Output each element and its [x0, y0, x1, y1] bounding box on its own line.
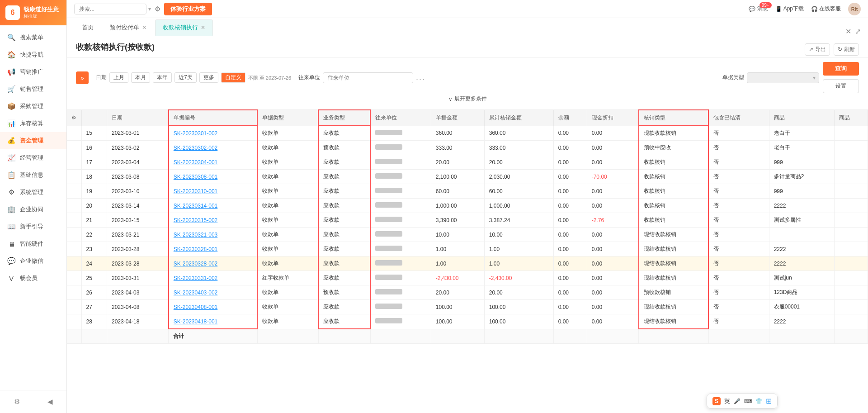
docno-link-17[interactable]: SK-20230304-001: [174, 159, 217, 166]
industry-btn[interactable]: 体验行业方案: [164, 3, 212, 15]
breadcrumb-chevron-icon: ▾: [148, 6, 151, 12]
sidebar-item-wechat[interactable]: 💬企业微信: [0, 252, 66, 270]
col-settled-header: 包含已结清: [708, 110, 769, 126]
cell-num-27: 27: [81, 300, 107, 314]
online-service-btn[interactable]: 🎧 在线客服: [811, 5, 841, 13]
docno-link-19[interactable]: SK-20230310-001: [174, 188, 217, 195]
mic-icon[interactable]: 🎤: [734, 398, 741, 404]
apps-icon[interactable]: ⊞: [766, 397, 772, 405]
cell-balance-25: 0.00: [553, 271, 587, 285]
sidebar-item-label-search: 搜索菜单: [20, 33, 43, 42]
cell-docno-25: SK-20230331-002: [169, 271, 257, 285]
sidebar-item-marketing[interactable]: 📢营销推广: [0, 63, 66, 81]
keyboard-icon[interactable]: ⌨: [744, 398, 752, 404]
refresh-btn[interactable]: ↻ 刷新: [834, 43, 859, 56]
docno-link-21[interactable]: SK-20230315-002: [174, 217, 217, 223]
docno-link-15[interactable]: SK-20230301-002: [174, 130, 217, 137]
doc-type-filter-select[interactable]: [747, 72, 819, 83]
sidebar-item-inventory[interactable]: 📊库存核算: [0, 115, 66, 132]
docno-link-18[interactable]: SK-20230308-001: [174, 174, 217, 180]
cell-discount-21: -2.76: [587, 213, 638, 228]
col-settings-header[interactable]: ⚙: [67, 110, 81, 126]
filter-settings-btn[interactable]: 设置: [823, 79, 859, 93]
docno-link-27[interactable]: SK-20230408-001: [174, 304, 217, 310]
tab-close-all-icon[interactable]: ✕: [845, 27, 851, 36]
sidebar-item-search[interactable]: 🔍搜索菜单: [0, 29, 66, 46]
date-btn-this-month[interactable]: 本月: [131, 72, 150, 83]
cell-product2-23: [834, 242, 868, 256]
english-input-icon[interactable]: 英: [724, 397, 730, 405]
docno-link-25[interactable]: SK-20230331-002: [174, 275, 217, 281]
cell-amount-18: 2,100.00: [431, 170, 484, 184]
cell-accum-27: 100.00: [484, 300, 553, 314]
sidebar-item-operation[interactable]: 📈经营管理: [0, 149, 66, 166]
date-btn-last-month[interactable]: 上月: [109, 72, 128, 83]
export-btn[interactable]: ↗ 导出: [805, 43, 830, 56]
sidebar-item-member[interactable]: V畅会员: [0, 270, 66, 287]
date-btn-last-7[interactable]: 近7天: [175, 72, 197, 83]
docno-link-20[interactable]: SK-20230314-001: [174, 203, 217, 209]
sidebar-item-label-member: 畅会员: [20, 274, 38, 282]
sidebar-item-system[interactable]: ⚙系统管理: [0, 184, 66, 201]
date-btn-this-year[interactable]: 本年: [153, 72, 172, 83]
cell-docno-20: SK-20230314-001: [169, 199, 257, 213]
avatar[interactable]: Rit: [848, 3, 861, 15]
partner-filter-input[interactable]: [323, 72, 413, 83]
sidebar-item-enterprise[interactable]: 🏢企业协同: [0, 201, 66, 218]
sidebar-item-purchase[interactable]: 📦采购管理: [0, 98, 66, 115]
tab-prepay[interactable]: 预付应付单✕: [102, 19, 154, 36]
tab-close-collection[interactable]: ✕: [201, 24, 205, 31]
col-balance-header: 余额: [553, 110, 587, 126]
filter-expand-btn[interactable]: ∨ 展开更多条件: [448, 95, 487, 103]
member-icon: V: [7, 274, 15, 282]
refresh-icon: ↻: [838, 46, 842, 52]
tab-close-prepay[interactable]: ✕: [142, 24, 146, 31]
sidebar-item-basic[interactable]: 📋基础信息: [0, 166, 66, 184]
shirt-icon[interactable]: 👕: [755, 398, 762, 404]
tab-collection[interactable]: 收款核销执行✕: [155, 19, 213, 36]
date-btn-custom[interactable]: 自定义: [221, 72, 245, 83]
cell-accum-23: 1.00: [484, 242, 553, 256]
sidebar-item-hardware[interactable]: 🖥智能硬件: [0, 235, 66, 252]
cell-product2-25: [834, 271, 868, 285]
sidebar-item-finance[interactable]: 💰资金管理: [0, 132, 66, 149]
table-row: 16 2023-03-02 SK-20230302-002 收款单 预收款 33…: [67, 141, 868, 155]
table-row: 26 2023-04-03 SK-20230403-002 收款单 预收款 20…: [67, 285, 868, 300]
cell-discount-22: 0.00: [587, 228, 638, 242]
docno-link-23[interactable]: SK-20230328-001: [174, 246, 217, 252]
cell-settings-27: [67, 300, 81, 314]
cell-partner-17: [370, 155, 431, 170]
sidebar-item-sales[interactable]: 🛒销售管理: [0, 81, 66, 98]
docno-link-16[interactable]: SK-20230302-002: [174, 145, 217, 151]
cell-settings-25: [67, 271, 81, 285]
cell-biztype-19: 应收款: [318, 184, 370, 199]
footer-label: 合计: [169, 329, 257, 344]
message-btn[interactable]: 💬 消息 99+: [749, 5, 768, 13]
app-download-btn[interactable]: 📱 App下载: [775, 5, 804, 13]
docno-link-24[interactable]: SK-20230328-002: [174, 261, 217, 267]
cell-balance-26: 0.00: [553, 285, 587, 300]
filter-collapse-btn[interactable]: »: [76, 71, 89, 84]
cell-biztype-15: 应收款: [318, 126, 370, 141]
col-product1-header: 商品: [769, 110, 834, 126]
message-icon: 💬: [749, 6, 755, 12]
cell-partner-18: [370, 170, 431, 184]
sidebar-item-quick[interactable]: 🏠快捷导航: [0, 46, 66, 63]
header-settings-icon[interactable]: ⚙: [155, 5, 160, 13]
page-header: 收款核销执行(按收款) ↗ 导出 ↻ 刷新: [67, 36, 868, 57]
docno-link-22[interactable]: SK-20230321-003: [174, 232, 217, 238]
cell-amount-17: 20.00: [431, 155, 484, 170]
tab-expand-icon[interactable]: ⤢: [855, 27, 861, 36]
query-btn[interactable]: 查询: [823, 62, 859, 76]
cell-partner-24: [370, 256, 431, 271]
breadcrumb-search-input[interactable]: [74, 4, 146, 14]
sidebar-item-guide[interactable]: 📖新手引导: [0, 218, 66, 235]
docno-link-26[interactable]: SK-20230403-002: [174, 290, 217, 296]
docno-link-28[interactable]: SK-20230418-001: [174, 318, 217, 325]
sidebar-collapse-btn[interactable]: ◀: [44, 394, 57, 409]
date-btn-more[interactable]: 更多: [199, 72, 218, 83]
sidebar-item-label-marketing: 营销推广: [20, 68, 43, 76]
cell-balance-27: 0.00: [553, 300, 587, 314]
tab-home[interactable]: 首页: [74, 19, 101, 36]
sidebar-settings-btn[interactable]: ⚙: [10, 394, 24, 409]
